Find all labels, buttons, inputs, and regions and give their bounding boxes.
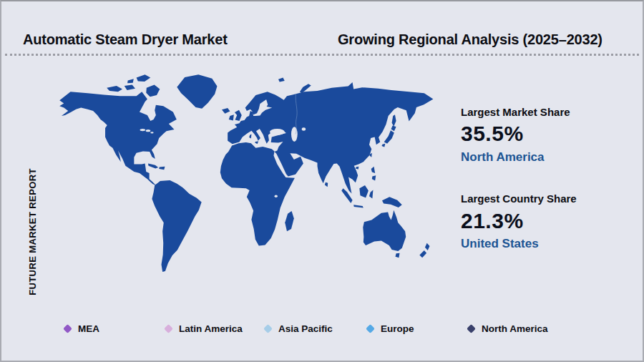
legend-label: Asia Pacific [278, 323, 333, 334]
legend-label: North America [482, 323, 548, 334]
brand-watermark: FUTURE MARKET REPORT [27, 168, 38, 295]
latin-america-diamond-icon [164, 324, 173, 333]
asia-pacific-diamond-icon [263, 324, 273, 333]
largest-country-share-label: Largest Country Share [461, 192, 577, 205]
legend-label: MEA [78, 323, 99, 334]
legend-item-north-america: North America [468, 322, 548, 335]
world-map [44, 63, 434, 290]
europe-diamond-icon [366, 324, 375, 333]
legend-item-mea: MEA [64, 322, 99, 335]
largest-market-share-label: Largest Market Share [461, 106, 570, 118]
mea-diamond-icon [63, 324, 72, 333]
largest-country-share-region: United States [461, 237, 539, 251]
legend-item-asia-pacific: Asia Pacific [265, 322, 333, 335]
page-title: Automatic Steam Dryer Market [23, 31, 228, 48]
subtitle-regional-analysis: Growing Regional Analysis (2025–2032) [338, 31, 602, 48]
legend-label: Europe [381, 323, 414, 334]
infographic-canvas: Automatic Steam Dryer Market Growing Reg… [0, 0, 644, 362]
legend-item-europe: Europe [367, 322, 414, 335]
legend-label: Latin America [179, 323, 243, 334]
header-divider [5, 54, 639, 56]
largest-market-share-value: 35.5% [461, 122, 524, 146]
largest-market-share-region: North America [461, 150, 545, 165]
north-america-diamond-icon [467, 324, 476, 333]
legend-item-latin-america: Latin America [165, 322, 243, 335]
largest-country-share-value: 21.3% [461, 209, 524, 233]
world-map-svg [44, 63, 434, 290]
